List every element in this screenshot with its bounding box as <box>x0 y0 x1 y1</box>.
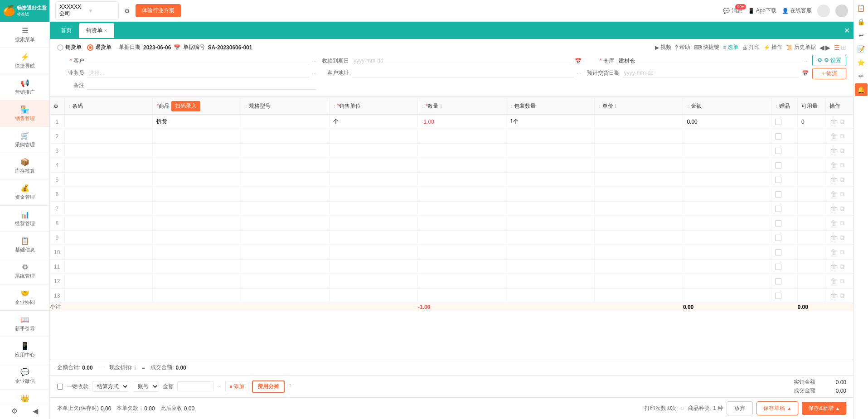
row-amount[interactable] <box>683 115 771 129</box>
tab-home[interactable]: 首页 <box>53 23 79 38</box>
row-amount[interactable] <box>683 187 771 202</box>
row-price[interactable] <box>595 260 683 274</box>
row-spec[interactable] <box>241 202 330 216</box>
sidebar-item-wechat[interactable]: 💬 企业微信 <box>0 363 49 390</box>
abandon-button[interactable]: 放弃 <box>727 401 753 415</box>
table-scroll[interactable]: ⚙ ↕ 条码 *商品 扫码录入 ↕ 规格型号 ↕ *销售单位 ↕ *数量 ℹ ↕… <box>50 98 853 360</box>
row-pkg-qty[interactable] <box>506 158 595 173</box>
tabbar-close-icon[interactable]: ✕ <box>844 26 850 35</box>
payment-amount-input[interactable] <box>177 381 213 391</box>
list-view-icon[interactable]: ☰ <box>834 44 840 51</box>
row-product[interactable] <box>153 158 241 173</box>
row-spec[interactable] <box>241 245 330 260</box>
sidebar-item-quicknav[interactable]: ⚡ 快捷导航 <box>0 48 49 74</box>
delete-row-icon[interactable]: 🗑 <box>830 176 837 183</box>
row-price[interactable] <box>595 231 683 245</box>
customer-input[interactable] <box>87 57 309 65</box>
row-spec[interactable] <box>241 115 330 129</box>
copy-row-icon[interactable]: ⧉ <box>840 176 844 183</box>
copy-row-icon[interactable]: ⧉ <box>840 248 844 255</box>
row-price[interactable] <box>595 245 683 260</box>
row-qty[interactable] <box>418 115 506 129</box>
row-gift[interactable] <box>771 144 798 158</box>
notes-input[interactable] <box>87 81 316 90</box>
sidebar-item-management[interactable]: 📊 经营管理 <box>0 206 49 232</box>
row-product[interactable] <box>153 129 241 144</box>
row-product[interactable] <box>153 289 241 303</box>
right-panel-star-icon[interactable]: ⭐ <box>855 56 868 69</box>
row-price[interactable] <box>595 289 683 303</box>
row-unit[interactable] <box>330 144 418 158</box>
row-spec[interactable] <box>241 260 330 274</box>
settings-button[interactable]: ⚙ <box>122 5 132 16</box>
row-qty[interactable] <box>418 158 506 173</box>
row-amount[interactable] <box>683 260 771 274</box>
right-panel-note-icon[interactable]: 📝 <box>855 43 868 55</box>
right-panel-undo-icon[interactable]: ↩ <box>855 29 868 42</box>
copy-row-icon[interactable]: ⧉ <box>840 277 844 284</box>
trial-button[interactable]: 体验行业方案 <box>136 4 181 17</box>
add-payment-button[interactable]: ● 添加 <box>225 381 248 392</box>
row-gift[interactable] <box>771 289 798 303</box>
copy-row-icon[interactable]: ⧉ <box>840 118 844 125</box>
row-qty[interactable] <box>418 245 506 260</box>
delete-row-icon[interactable]: 🗑 <box>830 277 837 284</box>
row-barcode[interactable] <box>64 129 153 144</box>
row-product[interactable] <box>153 115 241 129</box>
payment-method-select[interactable]: 结算方式 <box>92 381 129 392</box>
delete-row-icon[interactable]: 🗑 <box>830 205 837 212</box>
row-gift[interactable] <box>771 115 798 129</box>
row-pkg-qty[interactable] <box>506 115 595 129</box>
scan-input-button[interactable]: 扫码录入 <box>171 101 200 111</box>
row-pkg-qty[interactable] <box>506 260 595 274</box>
delete-row-icon[interactable]: 🗑 <box>830 147 837 154</box>
row-amount[interactable] <box>683 245 771 260</box>
row-qty[interactable] <box>418 260 506 274</box>
row-pkg-qty[interactable] <box>506 216 595 231</box>
expected-date-calendar-icon[interactable]: 📅 <box>802 70 809 77</box>
copy-row-icon[interactable]: ⧉ <box>840 161 844 169</box>
copy-row-icon[interactable]: ⧉ <box>840 132 844 140</box>
row-spec[interactable] <box>241 129 330 144</box>
row-unit[interactable] <box>330 245 418 260</box>
row-gift[interactable] <box>771 158 798 173</box>
row-price[interactable] <box>595 173 683 187</box>
row-price[interactable] <box>595 216 683 231</box>
row-unit[interactable] <box>330 216 418 231</box>
row-pkg-qty[interactable] <box>506 245 595 260</box>
user-avatar[interactable] <box>817 5 830 17</box>
row-pkg-qty[interactable] <box>506 173 595 187</box>
row-spec[interactable] <box>241 231 330 245</box>
debt-info-icon[interactable]: ℹ <box>140 405 142 412</box>
row-product[interactable] <box>153 260 241 274</box>
row-product[interactable] <box>153 216 241 231</box>
row-barcode[interactable] <box>64 158 153 173</box>
row-barcode[interactable] <box>64 274 153 289</box>
logistics-button[interactable]: + 物流 <box>812 68 846 79</box>
sidebar-item-appstore[interactable]: 📱 应用中心 <box>0 337 49 363</box>
row-price[interactable] <box>595 274 683 289</box>
message-button[interactable]: 💬 消息 99+ <box>723 7 742 14</box>
delete-row-icon[interactable]: 🗑 <box>830 263 837 270</box>
row-spec[interactable] <box>241 158 330 173</box>
copy-row-icon[interactable]: ⧉ <box>840 263 844 270</box>
row-spec[interactable] <box>241 187 330 202</box>
row-qty[interactable] <box>418 129 506 144</box>
addr-dots-icon[interactable]: ··· <box>577 70 582 77</box>
company-selector[interactable]: XXXXXX公司 ▼ <box>55 1 119 20</box>
row-barcode[interactable] <box>64 115 153 129</box>
row-price[interactable] <box>595 129 683 144</box>
row-gift[interactable] <box>771 202 798 216</box>
row-amount[interactable] <box>683 231 771 245</box>
row-spec[interactable] <box>241 173 330 187</box>
delete-row-icon[interactable]: 🗑 <box>830 219 837 226</box>
row-product[interactable] <box>153 231 241 245</box>
row-barcode[interactable] <box>64 260 153 274</box>
row-unit[interactable] <box>330 202 418 216</box>
sidebar-item-purchase[interactable]: 🛒 采购管理 <box>0 127 49 153</box>
copy-row-icon[interactable]: ⧉ <box>840 147 844 154</box>
sidebar-item-collab[interactable]: 🤝 企业协同 <box>0 284 49 311</box>
sidebar-item-search[interactable]: ☰ 搜索菜单 <box>0 22 49 48</box>
one-click-payment-checkbox[interactable] <box>57 384 63 390</box>
row-unit[interactable] <box>330 274 418 289</box>
